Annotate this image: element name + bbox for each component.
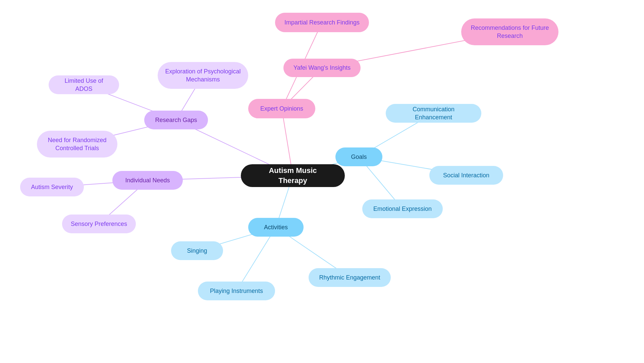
center-node: Autism Music Therapy [241, 164, 345, 187]
randomized-trials-node: Need for Randomized Controlled Trials [37, 131, 117, 158]
activities-node: Activities [248, 218, 304, 237]
rhythmic-engagement-node: Rhythmic Engagement [309, 268, 391, 287]
recommendations-node: Recommendations for Future Research [461, 18, 558, 45]
exploration-psych-node: Exploration of Psychological Mechanisms [158, 62, 248, 89]
expert-opinions-node: Expert Opinions [248, 99, 315, 118]
sensory-preferences-node: Sensory Preferences [62, 215, 136, 233]
playing-instruments-node: Playing Instruments [198, 282, 275, 300]
emotional-expression-node: Emotional Expression [362, 199, 443, 218]
limited-ados-node: Limited Use of ADOS [49, 75, 119, 94]
impartial-node: Impartial Research Findings [275, 13, 369, 32]
goals-node: Goals [335, 147, 382, 166]
autism-severity-node: Autism Severity [20, 178, 84, 196]
yafei-node: Yafei Wang's Insights [283, 59, 361, 77]
research-gaps-node: Research Gaps [144, 111, 208, 129]
singing-node: Singing [171, 241, 223, 260]
social-interaction-node: Social Interaction [429, 166, 503, 185]
individual-needs-node: Individual Needs [112, 171, 183, 190]
communication-enhancement-node: Communication Enhancement [386, 104, 481, 123]
